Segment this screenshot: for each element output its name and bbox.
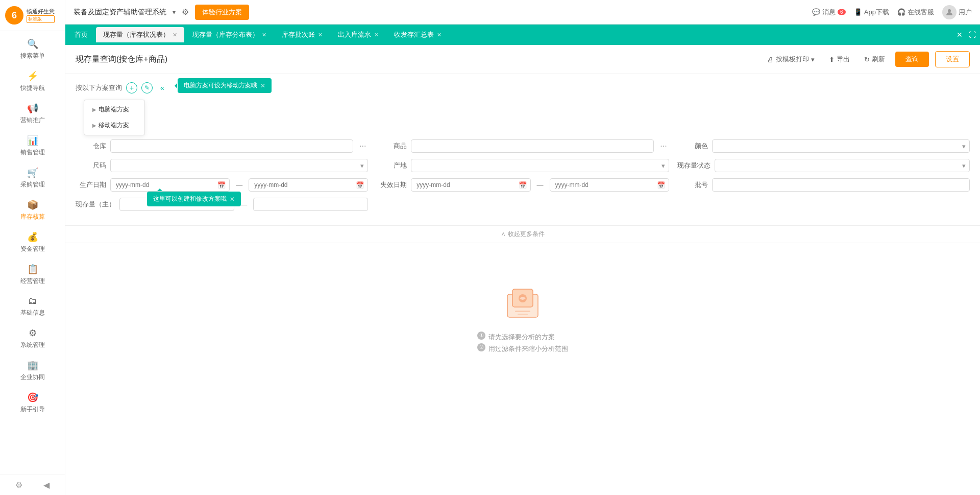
filter-group-expire-date: 失效日期 📅 — 📅 (376, 178, 669, 192)
scheme-dropdown: ▶ 电脑端方案 ▶ 移动端方案 (84, 100, 145, 135)
app-download-action[interactable]: 📱 App下载 (854, 8, 889, 17)
filter-arrow-btn[interactable]: « (157, 82, 168, 93)
sidebar-item-sales[interactable]: 📊 销售管理 (0, 130, 65, 162)
color-select[interactable] (712, 139, 970, 153)
filter-group-origin: 产地 (376, 159, 669, 172)
sidebar-item-enterprise[interactable]: 🏢 企业协同 (0, 355, 65, 387)
filter-group-goods: 商品 ··· (376, 139, 669, 153)
search-button[interactable]: 查询 (895, 52, 929, 67)
sidebar-label-inventory: 库存核算 (20, 213, 45, 221)
chevron-down-icon2: ▾ (811, 56, 815, 63)
industry-button[interactable]: 体验行业方案 (195, 5, 249, 20)
collapse-bar[interactable]: ∧ 收起更多条件 (65, 226, 980, 243)
chevron-down-icon: ▾ (173, 9, 176, 16)
batch-label: 批号 (677, 180, 708, 190)
header-settings-btn[interactable]: ⚙ (182, 7, 189, 17)
filter-edit-btn[interactable]: ✎ (141, 82, 153, 93)
tab-inventory-dist[interactable]: 现存量（库存分布表） ✕ (185, 27, 274, 42)
tooltip-pc-close[interactable]: ✕ (260, 82, 265, 89)
size-label: 尺码 (76, 161, 106, 170)
tab-inventory-batch[interactable]: 库存批次账 ✕ (275, 27, 330, 42)
expire-date-start-input[interactable] (411, 178, 530, 192)
origin-label: 产地 (376, 161, 407, 170)
collapse-label: 收起更多条件 (508, 230, 545, 238)
phone-icon: 📱 (854, 8, 862, 16)
sidebar-item-system[interactable]: ⚙ 系统管理 (0, 322, 65, 355)
tooltip-edit-scheme: 这里可以创建和修改方案哦 ✕ (147, 192, 241, 206)
filter-add-btn[interactable]: + (126, 82, 137, 93)
tab-inventory-batch-close[interactable]: ✕ (318, 32, 323, 38)
goods-input[interactable] (411, 139, 654, 153)
footer-settings-btn[interactable]: ⚙ (15, 480, 22, 490)
warehouse-dots-btn[interactable]: ··· (357, 142, 368, 151)
filter-group-color: 颜色 (677, 139, 970, 153)
scheme-item-mobile[interactable]: ▶ 移动端方案 (84, 118, 144, 133)
tab-close-all-btn[interactable]: ✕ (954, 29, 965, 41)
size-select[interactable] (110, 159, 368, 172)
online-service-action[interactable]: 🎧 在线客服 (897, 8, 934, 17)
batch-input[interactable] (712, 178, 970, 192)
print-btn[interactable]: 🖨 按模板打印 ▾ (763, 53, 819, 66)
prod-date-end-input[interactable] (249, 178, 368, 192)
sidebar-item-finance[interactable]: 💰 资金管理 (0, 226, 65, 258)
user-action[interactable]: 用户 (942, 5, 972, 19)
goods-dots-btn[interactable]: ··· (658, 142, 669, 151)
sidebar-item-quick-nav[interactable]: ⚡ 快捷导航 (0, 65, 65, 98)
sidebar-item-search[interactable]: 🔍 搜索菜单 (0, 33, 65, 65)
tab-in-out-flow-label: 出入库流水 (338, 30, 371, 39)
tree-arrow-icon: ▶ (92, 107, 96, 112)
sidebar-item-guide[interactable]: 🎯 新手引导 (0, 387, 65, 419)
scheme-pc-label: 电脑端方案 (99, 105, 129, 114)
svg-rect-4 (515, 311, 530, 312)
footer-collapse-btn[interactable]: ◀ (43, 480, 50, 490)
export-btn[interactable]: ⬆ 导出 (825, 53, 854, 66)
sidebar-item-operations[interactable]: 📋 经营管理 (0, 258, 65, 291)
expire-date-end-input[interactable] (550, 178, 669, 192)
prod-date-start-input[interactable] (110, 178, 230, 192)
system-dropdown[interactable]: ▾ (173, 9, 176, 16)
stock-status-select[interactable] (715, 159, 970, 172)
filter-group-size: 尺码 (76, 159, 368, 172)
message-action[interactable]: 💬 消息 6 (812, 8, 846, 17)
tab-inventory-status[interactable]: 现存量（库存状况表） ✕ (96, 27, 184, 42)
sidebar-label-system: 系统管理 (20, 341, 45, 349)
print-icon: 🖨 (767, 56, 774, 63)
tab-inventory-dist-close[interactable]: ✕ (262, 32, 266, 38)
guide-icon: 🎯 (27, 392, 38, 403)
tree-arrow-icon2: ▶ (92, 123, 96, 128)
filter-row-1: 仓库 ··· 商品 ··· 颜色 (76, 139, 970, 153)
warehouse-label: 仓库 (76, 142, 106, 151)
scheme-item-pc[interactable]: ▶ 电脑端方案 (84, 102, 144, 117)
tip-text-2: 用过滤条件来缩小分析范围 (488, 343, 568, 355)
sidebar-item-purchase[interactable]: 🛒 采购管理 (0, 162, 65, 194)
tab-in-out-flow[interactable]: 出入库流水 ✕ (331, 27, 386, 42)
logo-badge: 标准版 (27, 15, 55, 23)
color-label: 颜色 (677, 142, 708, 151)
warehouse-input[interactable] (110, 139, 353, 153)
reset-button[interactable]: 设置 (935, 51, 970, 67)
sidebar-label-guide: 新手引导 (20, 405, 45, 414)
tab-recv-send[interactable]: 收发存汇总表 ✕ (387, 27, 449, 42)
expire-date-label: 失效日期 (376, 180, 407, 190)
tab-home[interactable]: 首页 (67, 27, 95, 42)
header-left: 装备及固定资产辅助管理系统 ▾ ⚙ 体验行业方案 (74, 5, 249, 20)
tab-recv-send-close[interactable]: ✕ (437, 32, 442, 38)
tip-text-1: 请先选择要分析的方案 (488, 331, 555, 343)
sidebar-item-marketing[interactable]: 📢 营销推广 (0, 98, 65, 130)
stock-qty-label: 现存量（主） (76, 200, 115, 209)
stock-qty-end-input[interactable] (253, 198, 368, 211)
tab-in-out-flow-close[interactable]: ✕ (374, 32, 379, 38)
tab-recv-send-label: 收发存汇总表 (394, 30, 434, 39)
sidebar-item-basic[interactable]: 🗂 基础信息 (0, 291, 65, 322)
filter-row-3: 生产日期 📅 — 📅 失效日期 (76, 178, 970, 192)
filter-area: 按以下方案查询 + ✎ « 电脑方案可设为移动方案哦 ✕ (65, 74, 980, 226)
tooltip-edit-close[interactable]: ✕ (230, 196, 235, 203)
basic-icon: 🗂 (28, 296, 37, 307)
tab-fullscreen-btn[interactable]: ⛶ (967, 29, 978, 41)
tab-inventory-status-close[interactable]: ✕ (173, 32, 177, 38)
content-area: 现存量查询(按仓库+商品) 🖨 按模板打印 ▾ ⬆ 导出 ↻ 刷新 (65, 45, 980, 495)
collapse-up-icon: ∧ (501, 230, 507, 238)
sidebar-item-inventory[interactable]: 📦 库存核算 (0, 194, 65, 226)
refresh-btn[interactable]: ↻ 刷新 (860, 53, 889, 66)
origin-select[interactable] (411, 159, 669, 172)
